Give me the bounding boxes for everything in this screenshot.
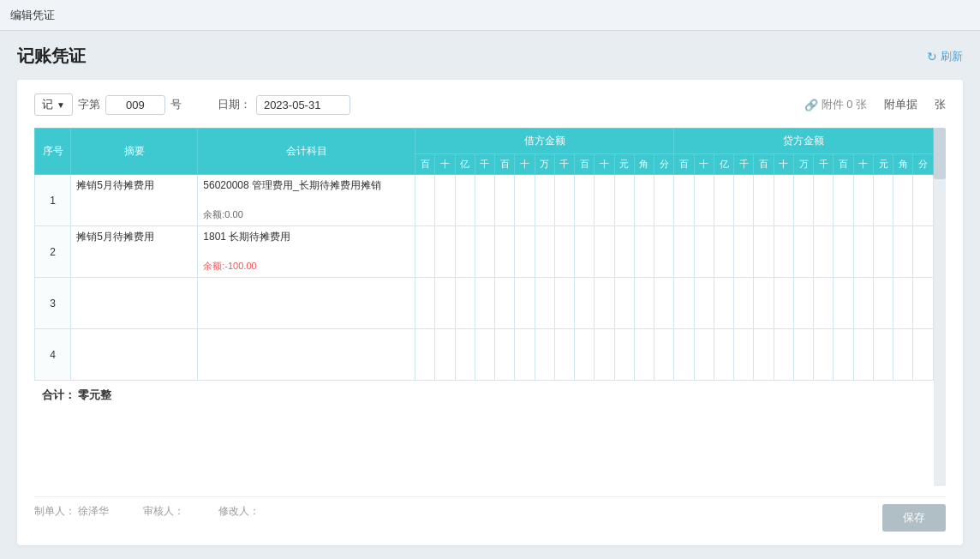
debit-amount-cell[interactable] [435,329,455,381]
credit-amount-cell[interactable] [714,329,733,381]
credit-amount-cell[interactable] [793,226,813,278]
credit-amount-cell[interactable] [793,175,813,226]
debit-amount-cell[interactable] [595,226,614,278]
credit-amount-cell[interactable] [734,329,754,381]
credit-amount-cell[interactable] [674,278,694,329]
credit-amount-cell[interactable] [873,226,893,278]
debit-amount-cell[interactable] [634,175,654,226]
table-row[interactable]: 3 [35,278,934,329]
debit-amount-cell[interactable] [475,226,494,278]
table-row[interactable]: 1摊销5月待摊费用56020008 管理费用_长期待摊费用摊销余额:0.00 [35,175,934,226]
credit-amount-cell[interactable] [913,226,934,278]
credit-amount-cell[interactable] [734,278,754,329]
credit-amount-cell[interactable] [834,329,853,381]
summary-cell[interactable] [71,329,198,381]
credit-amount-cell[interactable] [913,329,934,381]
debit-amount-cell[interactable] [614,226,634,278]
save-button[interactable]: 保存 [882,504,946,532]
credit-amount-cell[interactable] [873,329,893,381]
credit-amount-cell[interactable] [714,278,733,329]
credit-amount-cell[interactable] [913,175,934,226]
debit-amount-cell[interactable] [475,329,494,381]
debit-amount-cell[interactable] [575,278,595,329]
date-input[interactable] [256,95,350,115]
credit-amount-cell[interactable] [734,226,754,278]
debit-amount-cell[interactable] [455,226,475,278]
debit-amount-cell[interactable] [575,175,595,226]
summary-cell[interactable] [71,278,198,329]
credit-amount-cell[interactable] [754,278,774,329]
voucher-type-button[interactable]: 记 ▼ [34,93,73,116]
credit-amount-cell[interactable] [694,226,714,278]
credit-amount-cell[interactable] [694,175,714,226]
credit-amount-cell[interactable] [793,329,813,381]
debit-amount-cell[interactable] [515,329,535,381]
summary-cell[interactable]: 摊销5月待摊费用 [71,175,198,226]
debit-amount-cell[interactable] [435,175,455,226]
summary-cell[interactable]: 摊销5月待摊费用 [71,226,198,278]
credit-amount-cell[interactable] [873,278,893,329]
credit-amount-cell[interactable] [674,226,694,278]
credit-amount-cell[interactable] [853,329,873,381]
debit-amount-cell[interactable] [654,278,674,329]
credit-amount-cell[interactable] [834,175,853,226]
credit-amount-cell[interactable] [893,278,913,329]
debit-amount-cell[interactable] [554,226,574,278]
debit-amount-cell[interactable] [435,278,455,329]
credit-amount-cell[interactable] [793,278,813,329]
credit-amount-cell[interactable] [774,278,793,329]
debit-amount-cell[interactable] [634,226,654,278]
credit-amount-cell[interactable] [893,175,913,226]
credit-amount-cell[interactable] [674,175,694,226]
credit-amount-cell[interactable] [814,329,834,381]
credit-amount-cell[interactable] [853,226,873,278]
debit-amount-cell[interactable] [634,278,654,329]
debit-amount-cell[interactable] [614,278,634,329]
credit-amount-cell[interactable] [913,278,934,329]
debit-amount-cell[interactable] [535,226,554,278]
debit-amount-cell[interactable] [415,175,435,226]
credit-amount-cell[interactable] [714,226,733,278]
debit-amount-cell[interactable] [495,226,515,278]
refresh-button[interactable]: ↻ 刷新 [927,49,963,64]
credit-amount-cell[interactable] [754,329,774,381]
debit-amount-cell[interactable] [634,329,654,381]
credit-amount-cell[interactable] [853,175,873,226]
credit-amount-cell[interactable] [754,226,774,278]
account-cell[interactable]: 1801 长期待摊费用余额:-100.00 [198,226,415,278]
debit-amount-cell[interactable] [475,175,494,226]
credit-amount-cell[interactable] [853,278,873,329]
debit-amount-cell[interactable] [554,175,574,226]
debit-amount-cell[interactable] [535,175,554,226]
debit-amount-cell[interactable] [475,278,494,329]
debit-amount-cell[interactable] [575,226,595,278]
debit-amount-cell[interactable] [654,329,674,381]
debit-amount-cell[interactable] [554,329,574,381]
debit-amount-cell[interactable] [595,175,614,226]
debit-amount-cell[interactable] [415,329,435,381]
fudanju-label[interactable]: 附单据 [884,97,917,112]
credit-amount-cell[interactable] [774,175,793,226]
debit-amount-cell[interactable] [535,278,554,329]
credit-amount-cell[interactable] [893,226,913,278]
credit-amount-cell[interactable] [714,175,733,226]
credit-amount-cell[interactable] [694,329,714,381]
credit-amount-cell[interactable] [774,329,793,381]
debit-amount-cell[interactable] [654,226,674,278]
debit-amount-cell[interactable] [415,226,435,278]
table-row[interactable]: 4 [35,329,934,381]
debit-amount-cell[interactable] [455,329,475,381]
debit-amount-cell[interactable] [455,175,475,226]
debit-amount-cell[interactable] [455,278,475,329]
debit-amount-cell[interactable] [654,175,674,226]
credit-amount-cell[interactable] [674,329,694,381]
debit-amount-cell[interactable] [495,175,515,226]
credit-amount-cell[interactable] [814,226,834,278]
debit-amount-cell[interactable] [595,329,614,381]
debit-amount-cell[interactable] [435,226,455,278]
account-cell[interactable]: 56020008 管理费用_长期待摊费用摊销余额:0.00 [198,175,415,226]
debit-amount-cell[interactable] [614,329,634,381]
credit-amount-cell[interactable] [893,329,913,381]
debit-amount-cell[interactable] [495,329,515,381]
debit-amount-cell[interactable] [515,278,535,329]
